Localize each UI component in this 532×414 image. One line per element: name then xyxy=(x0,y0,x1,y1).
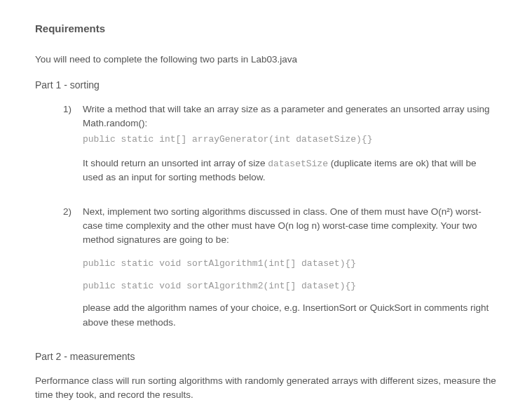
item1-text2a: It should return an unsorted int array o… xyxy=(83,158,268,168)
part1-list: 1) Write a method that will take an arra… xyxy=(35,102,497,330)
item2-text2: please add the algorithm names of your c… xyxy=(83,301,497,330)
part2-text: Performance class will run sorting algor… xyxy=(35,374,497,403)
intro-text: You will need to complete the following … xyxy=(35,53,497,67)
part2-title: Part 2 - measurements xyxy=(35,349,497,364)
requirements-heading: Requirements xyxy=(35,21,497,37)
item-number: 2) xyxy=(63,205,71,219)
item1-code2: datasetSize xyxy=(268,159,328,169)
item2-text1: Next, implement two sorting algorithms d… xyxy=(83,205,497,248)
signatures-block: public static void sortAlgorithm1(int[] … xyxy=(83,257,497,293)
item2-code1: public static void sortAlgorithm1(int[] … xyxy=(83,257,497,271)
item-number: 1) xyxy=(63,102,71,116)
list-item: 1) Write a method that will take an arra… xyxy=(63,102,497,185)
list-item: 2) Next, implement two sorting algorithm… xyxy=(63,205,497,330)
item1-text1: Write a method that will take an array s… xyxy=(83,102,497,131)
part1-title: Part 1 - sorting xyxy=(35,78,497,93)
item2-code2: public static void sortAlgorithm2(int[] … xyxy=(83,279,497,293)
item1-text2: It should return an unsorted int array o… xyxy=(83,156,497,185)
item1-code1: public static int[] arrayGenerator(int d… xyxy=(83,133,497,147)
